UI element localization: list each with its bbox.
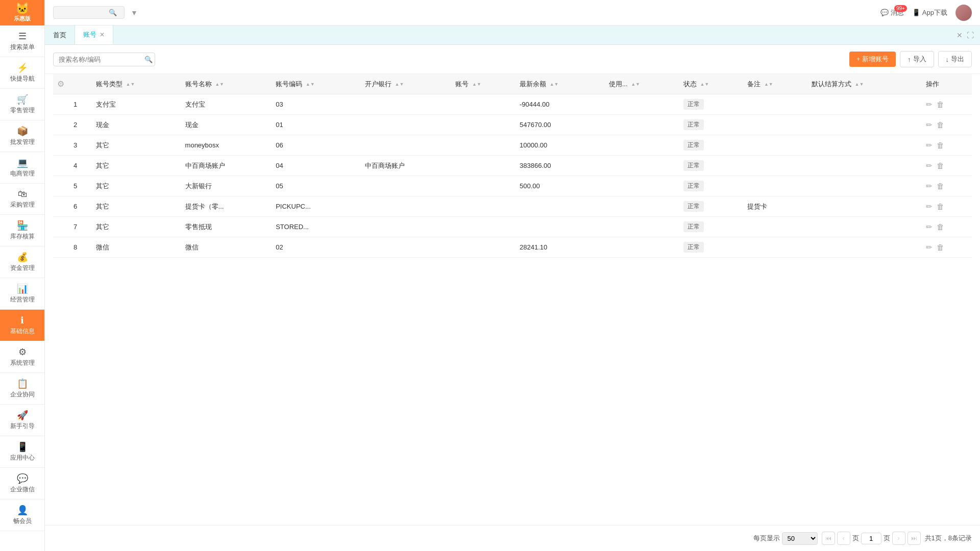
row-remark-1 xyxy=(743,115,807,135)
search-box[interactable]: 🔍 xyxy=(53,53,155,66)
edit-icon-6[interactable]: ✏ xyxy=(926,222,933,232)
user-avatar[interactable] xyxy=(955,5,972,21)
sidebar-item-system[interactable]: ⚙系统管理 xyxy=(0,341,44,373)
row-balance-5 xyxy=(516,196,605,217)
delete-icon-2[interactable]: 🗑 xyxy=(937,141,944,149)
account-code-column-header[interactable]: 账号编码 ▲▼ xyxy=(272,74,361,94)
tab-fullscreen-icon[interactable]: ⛶ xyxy=(967,31,974,39)
row-account-6 xyxy=(451,217,516,237)
import-button[interactable]: ↑ 导入 xyxy=(900,51,934,67)
settings-column-header[interactable]: ⚙ xyxy=(53,74,69,94)
status-column-header[interactable]: 状态 ▲▼ xyxy=(679,74,744,94)
account-num-column-header[interactable]: 账号 ▲▼ xyxy=(451,74,516,94)
row-balance-6 xyxy=(516,217,605,237)
usage-sort[interactable]: ▲▼ xyxy=(631,82,640,87)
balance-sort[interactable]: ▲▼ xyxy=(550,82,559,87)
top-search-input[interactable] xyxy=(58,9,109,16)
delete-icon-6[interactable]: 🗑 xyxy=(937,222,944,231)
usage-column-header[interactable]: 使用... ▲▼ xyxy=(605,74,679,94)
page-number-input[interactable] xyxy=(861,533,881,544)
delete-icon-4[interactable]: 🗑 xyxy=(937,182,944,190)
prev-page-button[interactable]: ‹ xyxy=(837,532,850,545)
sidebar-item-operations[interactable]: 📊经营管理 xyxy=(0,278,44,310)
tab-home[interactable]: 首页 xyxy=(45,26,75,44)
bank-sort[interactable]: ▲▼ xyxy=(395,82,404,87)
row-bank-3: 中百商场账户 xyxy=(361,156,452,176)
first-page-button[interactable]: ⏮ xyxy=(822,532,835,545)
add-account-button[interactable]: + 新增账号 xyxy=(849,52,896,67)
edit-icon-4[interactable]: ✏ xyxy=(926,182,933,191)
edit-icon-1[interactable]: ✏ xyxy=(926,120,933,130)
balance-column-header[interactable]: 最新余额 ▲▼ xyxy=(516,74,605,94)
search-input[interactable] xyxy=(59,56,144,63)
sidebar-item-retail[interactable]: 🛒零售管理 xyxy=(0,89,44,120)
sidebar-item-wholesale[interactable]: 📦批发管理 xyxy=(0,120,44,152)
sidebar-item-basic-info[interactable]: ℹ基础信息 xyxy=(0,310,44,341)
account-type-column-header[interactable]: 账号类型 ▲▼ xyxy=(92,74,181,94)
sidebar-icon-purchase: 🛍 xyxy=(18,189,27,199)
toolbar: 🔍 + 新增账号 ↑ 导入 ↓ 导出 xyxy=(45,45,980,74)
row-settings-2 xyxy=(53,135,69,156)
sidebar-item-enterprise-agreement[interactable]: 📋企业协同 xyxy=(0,373,44,405)
delete-icon-7[interactable]: 🗑 xyxy=(937,243,944,252)
sidebar-item-app-center[interactable]: 📱应用中心 xyxy=(0,436,44,468)
bank-column-header[interactable]: 开户银行 ▲▼ xyxy=(361,74,452,94)
last-page-button[interactable]: ⏭ xyxy=(908,532,921,545)
gear-icon[interactable]: ⚙ xyxy=(57,80,64,88)
row-account-name-5: 提货卡（零... xyxy=(181,196,272,217)
delete-icon-1[interactable]: 🗑 xyxy=(937,120,944,129)
sidebar-item-purchase[interactable]: 🛍采购管理 xyxy=(0,184,44,215)
sidebar-item-member[interactable]: 👤畅会员 xyxy=(0,499,44,531)
sidebar-icon-system: ⚙ xyxy=(18,346,27,358)
row-num-7: 8 xyxy=(69,237,92,258)
delete-icon-0[interactable]: 🗑 xyxy=(937,100,944,109)
remark-sort[interactable]: ▲▼ xyxy=(764,82,773,87)
sidebar-item-finance[interactable]: 💰资金管理 xyxy=(0,246,44,278)
row-settlement-5 xyxy=(807,196,922,217)
page-size-select[interactable]: 50 20 100 xyxy=(782,532,818,545)
account-code-sort[interactable]: ▲▼ xyxy=(306,82,315,87)
page-label: 页 xyxy=(852,534,859,543)
sidebar-item-enterprise-wechat[interactable]: 💬企业微信 xyxy=(0,468,44,499)
row-account-code-6: STORED... xyxy=(272,217,361,237)
status-sort[interactable]: ▲▼ xyxy=(700,82,709,87)
edit-icon-7[interactable]: ✏ xyxy=(926,243,933,252)
app-download-button[interactable]: 📱 App下载 xyxy=(912,8,947,17)
sidebar-item-ecommerce[interactable]: 💻电商管理 xyxy=(0,152,44,184)
account-num-sort[interactable]: ▲▼ xyxy=(472,82,481,87)
edit-icon-0[interactable]: ✏ xyxy=(926,100,933,109)
search-icon: 🔍 xyxy=(144,56,153,63)
tab-account[interactable]: 账号✕ xyxy=(75,26,113,44)
messages-button[interactable]: 💬 消息 99+ xyxy=(880,8,904,17)
account-name-sort[interactable]: ▲▼ xyxy=(215,82,224,87)
status-badge-4: 正常 xyxy=(683,181,704,191)
tab-close-account[interactable]: ✕ xyxy=(100,31,105,38)
settlement-column-header[interactable]: 默认结算方式 ▲▼ xyxy=(807,74,922,94)
row-balance-0: -90444.00 xyxy=(516,94,605,115)
next-page-button[interactable]: › xyxy=(892,532,905,545)
edit-icon-3[interactable]: ✏ xyxy=(926,161,933,170)
message-icon: 💬 xyxy=(880,9,889,16)
sidebar-item-guide[interactable]: 🚀新手引导 xyxy=(0,405,44,436)
dropdown-icon[interactable]: ▼ xyxy=(131,9,138,17)
account-type-sort[interactable]: ▲▼ xyxy=(126,82,135,87)
edit-icon-2[interactable]: ✏ xyxy=(926,141,933,150)
delete-icon-5[interactable]: 🗑 xyxy=(937,202,944,211)
settlement-sort[interactable]: ▲▼ xyxy=(854,82,864,87)
row-account-1 xyxy=(451,115,516,135)
edit-icon-5[interactable]: ✏ xyxy=(926,202,933,211)
sidebar-item-inventory[interactable]: 🏪库存核算 xyxy=(0,215,44,246)
remark-column-header[interactable]: 备注 ▲▼ xyxy=(743,74,807,94)
tab-close-all-icon[interactable]: ✕ xyxy=(957,31,963,39)
export-button[interactable]: ↓ 导出 xyxy=(938,51,972,67)
sidebar-item-search-menu[interactable]: ☰搜索菜单 xyxy=(0,26,44,57)
top-search-box[interactable]: 🔍 xyxy=(53,6,125,19)
page-size-selector[interactable]: 每页显示 50 20 100 xyxy=(753,532,818,545)
sidebar-item-quick-nav[interactable]: ⚡快捷导航 xyxy=(0,57,44,89)
row-num-0: 1 xyxy=(69,94,92,115)
row-num-4: 5 xyxy=(69,176,92,196)
delete-icon-3[interactable]: 🗑 xyxy=(937,161,944,170)
messages-badge: 99+ xyxy=(894,5,907,12)
account-name-column-header[interactable]: 账号名称 ▲▼ xyxy=(181,74,272,94)
row-status-6: 正常 xyxy=(679,217,744,237)
